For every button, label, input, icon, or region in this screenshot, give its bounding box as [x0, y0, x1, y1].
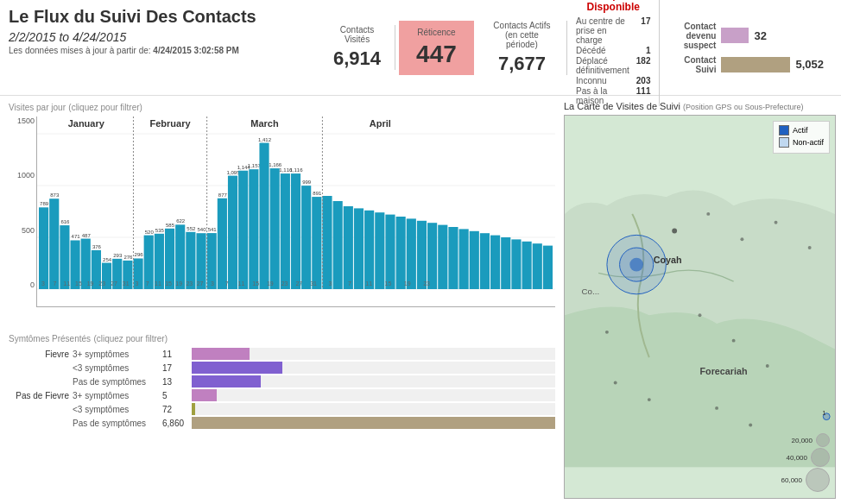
map-title: La Carte de Visites de Suivi (Position G… — [564, 101, 836, 111]
contact-devenu-label: Contact devenu suspect — [668, 22, 716, 50]
symptoms-subtitle: (cliquez pour filtrer) — [93, 334, 168, 343]
svg-text:Forecariah: Forecariah — [700, 366, 748, 376]
contacts-visites-value: 6,914 — [333, 47, 381, 70]
updated-value: 4/24/2015 3:02:58 PM — [153, 46, 239, 55]
chart-title: Visites par jour (cliquez pour filtrer) — [9, 101, 555, 113]
y-axis: 0 500 1000 1500 — [10, 117, 35, 289]
header-left: Le Flux du Suivi Des Contacts 2/2/2015 t… — [9, 7, 319, 88]
symptoms-grid: Fievre3+ symptômes11<3 symptômes17Pas de… — [9, 348, 555, 429]
contact-devenu-item: Contact devenu suspect 32 — [668, 22, 824, 50]
updated-label: Les données mises à jour à partir de: — [9, 46, 151, 55]
header-stats: Contacts Visités 6,914 Réticence 447 Con… — [319, 7, 832, 88]
svg-text:1: 1 — [822, 409, 825, 417]
svg-text:Coyah: Coyah — [654, 255, 682, 265]
symptom-row: Fievre3+ symptômes11 — [9, 348, 555, 360]
svg-point-6 — [706, 212, 710, 216]
map-subtitle: (Position GPS ou Sous-Prefecture) — [683, 103, 804, 111]
reticence-label: Réticence — [417, 28, 455, 37]
svg-point-14 — [749, 423, 752, 426]
reticence-block: Réticence 447 — [399, 21, 474, 75]
svg-text:Co...: Co... — [582, 287, 600, 296]
symptoms-section: Symtômes Présentés (cliquez pour filtrer… — [9, 332, 555, 499]
right-panel: La Carte de Visites de Suivi (Position G… — [564, 96, 841, 504]
y-label-1500: 1500 — [10, 117, 35, 125]
symptom-row: Pas de symptômes6,860 — [9, 417, 555, 429]
legend-actif-box — [779, 125, 789, 135]
size-legend: 20,00040,00060,000 — [781, 433, 830, 493]
ne-pas-title: Ne pas Disponible — [576, 0, 650, 13]
contacts-actifs-value: 7,677 — [498, 53, 546, 75]
contact-suivi-bar — [721, 57, 790, 72]
svg-point-16 — [614, 381, 617, 385]
reticence-value: 447 — [416, 41, 457, 68]
symptom-row: <3 symptômes17 — [9, 362, 555, 374]
map-container: Coyah Forecariah Co... 1 Actif Non-actif — [564, 115, 836, 499]
legend-non-actif-label: Non-actif — [793, 138, 824, 147]
chart-subtitle: (cliquez pour filtrer) — [68, 103, 142, 112]
size-legend-item: 40,000 — [781, 448, 830, 467]
svg-point-12 — [766, 364, 769, 368]
ne-pas-table: Au centre de prise en charge17Décédé1Dép… — [576, 16, 650, 105]
header: Le Flux du Suivi Des Contacts 2/2/2015 t… — [0, 0, 841, 96]
legend-non-actif-item: Non-actif — [779, 137, 824, 148]
map-legend: Actif Non-actif — [773, 121, 830, 154]
date-range: 2/2/2015 to 4/24/2015 — [9, 30, 319, 44]
contacts-actifs-block: Contacts Actifs (en cette période) 7,677 — [477, 21, 567, 75]
legend-actif-label: Actif — [793, 126, 808, 135]
y-label-0: 0 — [10, 280, 35, 289]
size-legend-item: 60,000 — [781, 468, 830, 492]
page-title: Le Flux du Suivi Des Contacts — [9, 7, 319, 27]
svg-point-10 — [699, 313, 702, 317]
map-title-text: La Carte de Visites de Suivi — [564, 101, 680, 111]
svg-point-17 — [605, 331, 609, 334]
contacts-actifs-label: Contacts Actifs (en cette période) — [491, 21, 553, 49]
y-label-1000: 1000 — [10, 171, 35, 180]
ne-pas-row: Décédé1 — [576, 46, 650, 55]
symptoms-title-text: Symtômes Présentés — [9, 334, 91, 343]
svg-point-15 — [648, 398, 651, 401]
svg-point-5 — [672, 229, 677, 234]
contact-devenu-value: 32 — [754, 29, 766, 42]
ne-pas-row: Déplacé définitivement182 — [576, 56, 650, 75]
symptoms-title: Symtômes Présentés (cliquez pour filtrer… — [9, 332, 555, 344]
y-label-500: 500 — [10, 226, 35, 235]
left-panel: Visites par jour (cliquez pour filtrer) … — [0, 96, 564, 504]
size-legend-item: 20,000 — [781, 433, 830, 447]
updated-text: Les données mises à jour à partir de: 4/… — [9, 46, 319, 55]
contact-suivi-label: Contact Suivi — [668, 55, 716, 74]
contacts-visites-label: Contacts Visités — [333, 25, 381, 44]
legend-actif-item: Actif — [779, 125, 824, 135]
ne-pas-block: Ne pas Disponible Au centre de prise en … — [567, 0, 660, 106]
contact-right: Contact devenu suspect 32 Contact Suivi … — [660, 22, 832, 74]
svg-point-9 — [808, 246, 812, 249]
chart-wrapper: 0 500 1000 1500 — [36, 117, 555, 306]
chart-section: Visites par jour (cliquez pour filtrer) … — [9, 101, 555, 325]
svg-point-13 — [715, 406, 718, 410]
ne-pas-row: Au centre de prise en charge17 — [576, 16, 650, 45]
contact-devenu-bar — [721, 28, 749, 43]
symptom-row: <3 symptômes72 — [9, 403, 555, 415]
contacts-visites-block: Contacts Visités 6,914 — [319, 25, 395, 70]
symptom-row: Pas de Fievre3+ symptômes5 — [9, 389, 555, 401]
symptom-row: Pas de symptômes13 — [9, 375, 555, 387]
chart-title-text: Visites par jour — [9, 103, 66, 112]
bar-chart — [36, 117, 555, 307]
svg-point-8 — [775, 221, 778, 224]
ne-pas-row: Inconnu203 — [576, 76, 650, 85]
svg-point-11 — [732, 339, 736, 343]
contact-suivi-value: 5,052 — [795, 58, 824, 71]
svg-point-4 — [629, 258, 643, 272]
svg-point-7 — [740, 237, 743, 241]
main: Visites par jour (cliquez pour filtrer) … — [0, 96, 841, 504]
contact-suivi-item: Contact Suivi 5,052 — [668, 55, 824, 74]
legend-non-actif-box — [779, 137, 789, 148]
